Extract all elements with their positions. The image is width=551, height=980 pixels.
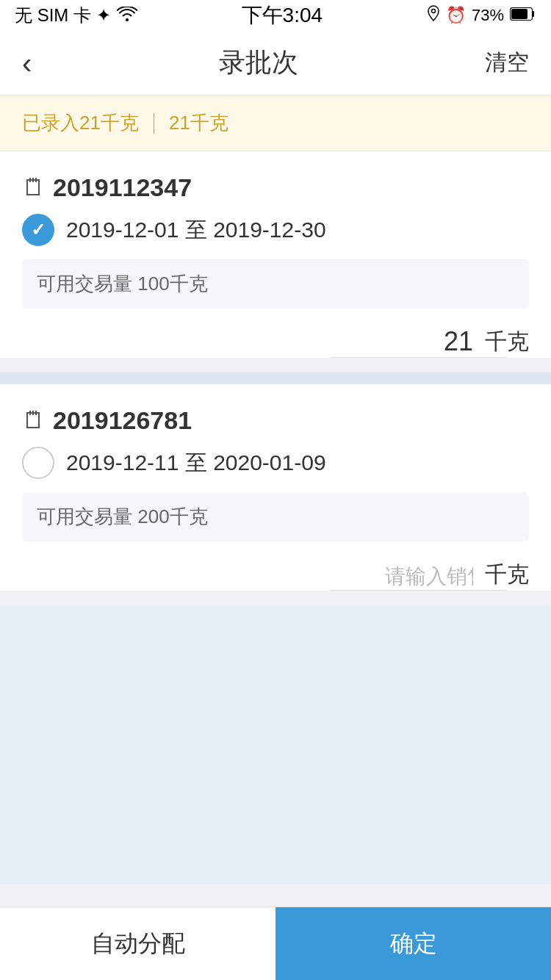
batch2-checkbox[interactable]	[22, 447, 54, 479]
batch1-qty-input[interactable]	[385, 326, 473, 357]
batch2-qty-input[interactable]	[385, 559, 473, 590]
page-title: 录批次	[219, 45, 298, 81]
batch2-available: 可用交易量 200千克	[22, 492, 529, 541]
battery-icon	[510, 6, 536, 25]
batch1-unit: 千克	[485, 327, 529, 357]
status-right: ⏰ 73%	[427, 5, 536, 26]
batch1-available: 可用交易量 100千克	[22, 259, 529, 309]
batch1-card: 🗒 2019112347 2019-12-01 至 2019-12-30 可用交…	[0, 151, 551, 358]
auto-distribute-button[interactable]: 自动分配	[0, 907, 276, 980]
batch2-date-row: 2019-12-11 至 2020-01-09	[22, 447, 529, 479]
batch2-id: 2019126781	[53, 406, 192, 435]
batch2-qty-underline	[331, 590, 507, 591]
no-sim-text: 无 SIM 卡 ✦	[15, 4, 111, 27]
nav-bar: ‹ 录批次 清空	[0, 31, 551, 96]
bottom-buttons: 自动分配 确定	[0, 907, 551, 980]
batch1-checkbox[interactable]	[22, 214, 54, 246]
location-icon	[427, 5, 440, 26]
banner-divider	[154, 113, 154, 134]
batch2-unit: 千克	[485, 560, 529, 590]
batch1-date-row: 2019-12-01 至 2019-12-30	[22, 214, 529, 246]
status-time: 下午3:04	[242, 1, 323, 29]
batch2-card: 🗒 2019126781 2019-12-11 至 2020-01-09 可用交…	[0, 384, 551, 591]
batch1-header: 🗒 2019112347	[22, 173, 529, 202]
batch1-id: 2019112347	[53, 173, 192, 202]
batch1-qty-underline	[331, 357, 507, 358]
svg-point-0	[431, 10, 435, 13]
svg-rect-2	[511, 9, 527, 19]
status-bar: 无 SIM 卡 ✦ 下午3:04 ⏰ 73%	[0, 0, 551, 31]
batch1-qty-row: 千克	[22, 309, 529, 357]
info-banner: 已录入21千克 21千克	[0, 96, 551, 151]
alarm-icon: ⏰	[446, 6, 466, 25]
back-button[interactable]: ‹	[22, 48, 32, 78]
batch2-qty-row: 千克	[22, 541, 529, 590]
recorded-label: 已录入21千克	[22, 110, 139, 136]
batch1-date: 2019-12-01 至 2019-12-30	[66, 215, 326, 245]
status-left: 无 SIM 卡 ✦	[15, 4, 137, 27]
batch2-header: 🗒 2019126781	[22, 406, 529, 435]
battery-text: 73%	[472, 6, 504, 25]
bottom-area	[0, 605, 551, 884]
wifi-icon	[117, 5, 137, 26]
batch1-icon: 🗒	[22, 174, 46, 201]
recorded-value: 21千克	[169, 110, 228, 136]
clear-button[interactable]: 清空	[485, 48, 529, 78]
batch2-icon: 🗒	[22, 407, 46, 434]
batch2-date: 2019-12-11 至 2020-01-09	[66, 448, 326, 478]
section-divider	[0, 372, 551, 384]
confirm-button[interactable]: 确定	[276, 907, 551, 980]
